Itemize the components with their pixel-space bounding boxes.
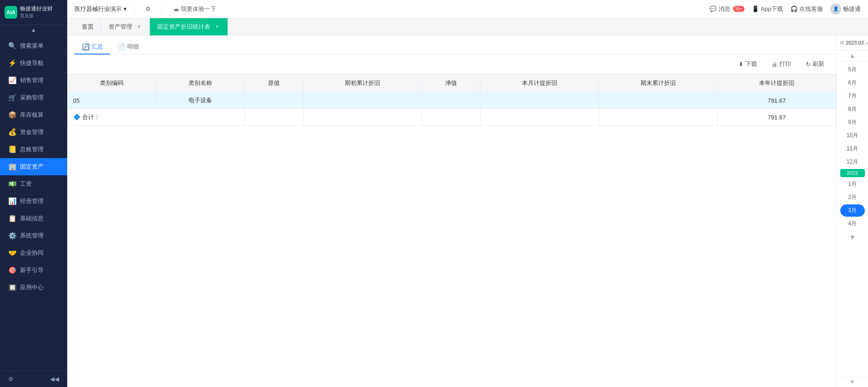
company-selector[interactable]: 医疗器械行业演示 ▾ <box>74 5 127 13</box>
sidebar-item-quick-nav[interactable]: ⚡快捷导航 <box>0 55 67 72</box>
sidebar-label-ledger: 总账管理 <box>20 145 44 154</box>
sidebar-icon-guide: 🎯 <box>8 266 16 274</box>
sidebar-item-fund[interactable]: 💰资金管理 <box>0 124 67 141</box>
sidebar-label-basic-info: 基础信息 <box>20 214 44 223</box>
row-net <box>422 92 481 109</box>
sidebar-icon-system: ⚙️ <box>8 232 16 240</box>
settings-icon[interactable]: ⚙ <box>8 376 14 382</box>
toolbar: ⬇ 下载 🖨 打印 ↻ 刷新 <box>67 55 836 74</box>
tab-depreciation-close[interactable]: × <box>214 24 220 30</box>
date-down-chevron[interactable]: ▾ <box>848 230 856 244</box>
company-name: 医疗器械行业演示 <box>74 5 122 13</box>
service-icon: 🎧 <box>790 5 798 12</box>
total-original <box>245 109 303 126</box>
download-btn[interactable]: ⬇ 下载 <box>734 58 762 70</box>
date-panel: ✕ 2023.03 ⤢ ▲ 5月 6月 7月 8月 9月 10月 11月 12月… <box>836 35 868 387</box>
collapse-icon[interactable]: ◀◀ <box>50 376 59 382</box>
date-month-5[interactable]: 5月 <box>840 64 865 76</box>
experience-icon: ☁ <box>173 5 179 12</box>
message-label: 消息 <box>719 5 730 13</box>
message-btn[interactable]: 💬 消息 99+ <box>709 5 744 13</box>
date-month-2[interactable]: 2月 <box>840 191 865 203</box>
total-label: 🔷合计： <box>68 109 245 126</box>
tab-asset-mgmt-close[interactable]: × <box>136 24 142 30</box>
online-service-btn[interactable]: 🎧 在线客服 <box>790 5 823 13</box>
topbar-divider <box>134 5 134 13</box>
sidebar-item-search[interactable]: 🔍搜索菜单 <box>0 37 67 55</box>
date-month-6[interactable]: 6月 <box>840 77 865 89</box>
col-initial-dep: 期初累计折旧 <box>303 74 422 92</box>
page-container: 🔄 汇总 📄 明细 ⬇ 下载 🖨 打印 ↻ <box>67 35 868 387</box>
sidebar-item-app-center[interactable]: 🔲应用中心 <box>0 279 67 296</box>
sidebar-item-basic-info[interactable]: 📋基础信息 <box>0 210 67 227</box>
date-panel-header: ✕ 2023.03 ⤢ <box>837 35 868 50</box>
sidebar-item-inventory[interactable]: 📦库存核算 <box>0 106 67 124</box>
date-month-9[interactable]: 9月 <box>840 116 865 129</box>
date-month-8[interactable]: 8月 <box>840 103 865 115</box>
date-month-11[interactable]: 11月 <box>840 143 865 155</box>
tab-home[interactable]: 首页 <box>74 18 101 35</box>
date-scroll-up[interactable]: ▲ <box>837 50 868 61</box>
row-initial-dep <box>303 92 422 109</box>
row-monthly-dep <box>481 92 599 109</box>
logo-icon: AtA <box>5 6 17 19</box>
sidebar-logo: AtA 畅捷通好业财 普及版 <box>0 0 67 25</box>
tab-depreciation-label: 固定资产折旧统计表 <box>157 23 210 31</box>
sidebar-label-salary: 工资 <box>20 180 32 188</box>
sidebar-icon-quick-nav: ⚡ <box>8 59 16 67</box>
date-month-3[interactable]: 3月 <box>840 204 865 217</box>
sidebar-label-quick-nav: 快捷导航 <box>20 59 44 67</box>
date-panel-expand[interactable]: ⤢ <box>864 39 868 46</box>
app-download-btn[interactable]: 📱 App下载 <box>752 5 783 13</box>
user-btn[interactable]: 👤 畅捷通 <box>830 4 861 15</box>
sidebar-item-operation[interactable]: 📊经营管理 <box>0 193 67 210</box>
sidebar-item-fixed-assets[interactable]: 🏢固定资产 <box>0 158 67 175</box>
sidebar-scroll-up[interactable]: ▲ <box>0 25 67 35</box>
date-month-4[interactable]: 4月 <box>840 218 865 230</box>
row-annual-dep: 791.67 <box>718 92 836 109</box>
sidebar-item-collab[interactable]: 🤝企业协同 <box>0 244 67 262</box>
dropdown-icon: ▾ <box>124 5 127 12</box>
sidebar-label-sales: 销售管理 <box>20 76 44 84</box>
date-scroll-down[interactable]: ▼ <box>837 376 868 387</box>
sidebar-item-guide[interactable]: 🎯新手引导 <box>0 262 67 279</box>
sidebar-icon-sales: 📈 <box>8 76 16 84</box>
col-net: 净值 <box>422 74 481 92</box>
sidebar-nav: 🔍搜索菜单⚡快捷导航📈销售管理🛒采购管理📦库存核算💰资金管理📒总账管理🏢固定资产… <box>0 35 67 371</box>
print-btn[interactable]: 🖨 打印 <box>767 58 796 70</box>
date-month-10[interactable]: 10月 <box>840 129 865 142</box>
sidebar-icon-fixed-assets: 🏢 <box>8 163 16 171</box>
date-year-2023[interactable]: 2023 <box>840 169 865 177</box>
row-original <box>245 92 303 109</box>
sub-tab-summary[interactable]: 🔄 汇总 <box>74 40 110 55</box>
print-icon: 🖨 <box>772 61 778 68</box>
depreciation-table: 类别编码 类别名称 原值 期初累计折旧 净值 本月计提折旧 期末累计折旧 本年计… <box>67 74 836 126</box>
topbar-settings-btn[interactable]: ⚙ <box>142 3 154 15</box>
sidebar-item-purchase[interactable]: 🛒采购管理 <box>0 89 67 106</box>
topbar: 医疗器械行业演示 ▾ ⚙ ☁ 我要体验一下 💬 消息 99+ 📱 App下载 🎧… <box>67 0 868 18</box>
sidebar-label-inventory: 库存核算 <box>20 111 44 119</box>
experience-btn[interactable]: ☁ 我要体验一下 <box>169 3 220 15</box>
date-panel-close[interactable]: ✕ <box>838 39 846 46</box>
date-month-7[interactable]: 7月 <box>840 90 865 102</box>
sidebar-icon-operation: 📊 <box>8 197 16 205</box>
refresh-btn[interactable]: ↻ 刷新 <box>801 58 829 70</box>
col-name: 类别名称 <box>156 74 245 92</box>
tab-asset-mgmt-label: 资产管理 <box>109 23 132 31</box>
sidebar-icon-app-center: 🔲 <box>8 283 16 292</box>
sidebar-item-salary[interactable]: 💵工资 <box>0 175 67 193</box>
total-ending-dep <box>599 109 718 126</box>
tab-asset-mgmt[interactable]: 资产管理 × <box>101 18 150 35</box>
sidebar-item-ledger[interactable]: 📒总账管理 <box>0 141 67 158</box>
total-net <box>422 109 481 126</box>
sidebar-item-system[interactable]: ⚙️系统管理 <box>0 227 67 244</box>
sidebar-icon-fund: 💰 <box>8 128 16 136</box>
date-month-12[interactable]: 12月 <box>840 156 865 168</box>
tab-depreciation[interactable]: 固定资产折旧统计表 × <box>150 18 228 35</box>
sidebar-label-app-center: 应用中心 <box>20 283 44 292</box>
total-annual-dep: 791.67 <box>718 109 836 126</box>
main: 医疗器械行业演示 ▾ ⚙ ☁ 我要体验一下 💬 消息 99+ 📱 App下载 🎧… <box>67 0 868 387</box>
sidebar-item-sales[interactable]: 📈销售管理 <box>0 72 67 89</box>
sub-tab-detail[interactable]: 📄 明细 <box>110 40 146 55</box>
date-month-1[interactable]: 1月 <box>840 178 865 190</box>
